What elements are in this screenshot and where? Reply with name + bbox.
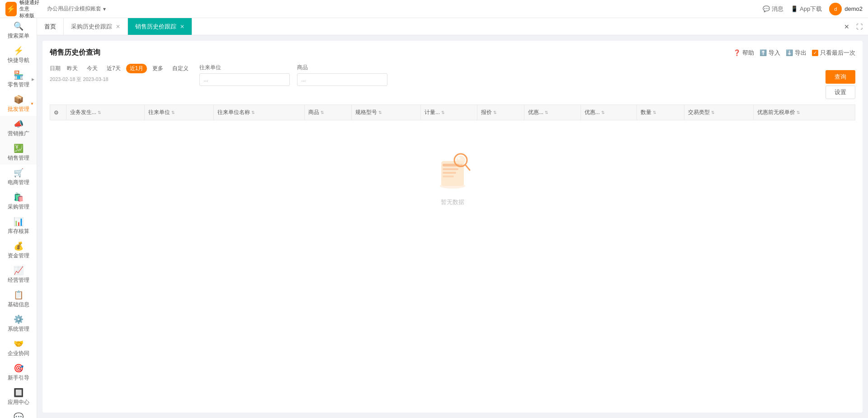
svg-rect-4 <box>443 172 456 174</box>
purchase-icon: 🛍️ <box>14 192 24 202</box>
sidebar-item-ecommerce[interactable]: 🛒 电商管理 <box>0 165 37 189</box>
sort-trade-type-icon: ⇅ <box>711 110 715 115</box>
th-partner-name[interactable]: 往来单位名称⇅ <box>213 105 304 120</box>
help-btn[interactable]: ❓ 帮助 <box>733 49 754 57</box>
app-logo-text: 畅捷通好生意 标准版 <box>19 0 42 19</box>
quicknav-icon: ⚡ <box>14 46 24 56</box>
th-qty[interactable]: 数量⇅ <box>637 105 684 120</box>
avatar: d <box>829 3 842 15</box>
retail-icon: 🏪 <box>14 70 24 80</box>
import-icon: ⬆️ <box>760 49 767 56</box>
date-chip-more[interactable]: 更多 <box>149 64 167 73</box>
sort-discount2-icon: ⇅ <box>601 110 605 115</box>
sidebar-item-finance[interactable]: 💰 资金管理 <box>0 238 37 262</box>
date-chip-today[interactable]: 今天 <box>83 64 101 73</box>
sidebar-item-new-guide[interactable]: 🎯 新手引导 <box>0 360 37 385</box>
tab-purchase-history[interactable]: 采购历史价跟踪 ✕ <box>64 18 128 35</box>
maximize-btn[interactable]: ⛶ <box>854 22 864 32</box>
inventory-icon: 📊 <box>14 217 24 227</box>
sidebar-item-retail[interactable]: 🏪 零售管理 ▶ <box>0 67 37 91</box>
help-icon: ❓ <box>733 49 741 56</box>
th-gear[interactable]: ⚙ <box>50 105 66 120</box>
header-right: 💬 消息 📱 App下载 d demo2 <box>763 3 863 15</box>
th-pretax-price[interactable]: 优惠前无税单价⇅ <box>753 105 855 120</box>
username-label: demo2 <box>844 5 863 12</box>
app-download-btn[interactable]: 📱 App下载 <box>791 5 822 13</box>
wholesale-icon: 📦 <box>14 95 24 104</box>
tab-sales-history[interactable]: 销售历史价跟踪 ✕ <box>128 18 192 35</box>
top-header: ⚡ 畅捷通好生意 标准版 办公用品行业模拟账套 ▾ 💬 消息 📱 App下载 d… <box>0 0 868 18</box>
workspace-selector[interactable]: 办公用品行业模拟账套 ▾ <box>47 5 758 13</box>
message-icon: 💬 <box>763 5 770 12</box>
settings-button[interactable]: 设置 <box>826 86 855 99</box>
empty-state: 暂无数据 <box>50 120 855 233</box>
sidebar-item-inventory[interactable]: 📊 库存核算 <box>0 214 37 238</box>
import-btn[interactable]: ⬆️ 导入 <box>760 49 780 57</box>
sidebar-item-corp-wechat[interactable]: 💬 企业微信 <box>0 409 37 418</box>
data-table-container: ⚙ 业务发生...⇅ 往来单位⇅ 往来单位名称⇅ <box>50 104 855 120</box>
th-spec[interactable]: 规格型号⇅ <box>352 105 421 120</box>
goods-filter-group: 商品 ... <box>297 64 387 86</box>
th-biz-date[interactable]: 业务发生...⇅ <box>66 105 145 120</box>
sidebar-item-app-center[interactable]: 🔲 应用中心 <box>0 385 37 409</box>
sidebar-item-search-menu[interactable]: 🔍 搜索菜单 <box>0 18 37 43</box>
th-partner-code[interactable]: 往来单位⇅ <box>144 105 213 120</box>
sort-discount1-icon: ⇅ <box>545 110 548 115</box>
page-actions: ❓ 帮助 ⬆️ 导入 ⬇️ 导出 ✓ 只看最后一 <box>733 49 855 57</box>
message-btn[interactable]: 💬 消息 <box>763 5 783 13</box>
date-chips: 昨天 今天 近7天 近1月 更多 自定义 <box>63 64 192 73</box>
tab-bar: 首页 采购历史价跟踪 ✕ 销售历史价跟踪 ✕ ✕ ⛶ <box>37 18 868 35</box>
th-goods[interactable]: 商品⇅ <box>304 105 352 120</box>
only-last-checkbox[interactable]: ✓ 只看最后一次 <box>812 49 855 57</box>
gear-icon: ⚙ <box>54 109 59 116</box>
close-tab-sales-icon[interactable]: ✕ <box>180 24 184 30</box>
system-icon: ⚙️ <box>14 314 24 324</box>
tab-home[interactable]: 首页 <box>37 18 64 35</box>
finance-icon: 💰 <box>14 241 24 251</box>
date-range-display: 2023-02-18 至 2023-03-18 <box>50 76 192 83</box>
filter-row: 日期 昨天 今天 近7天 近1月 更多 自定义 2023-02-18 至 202… <box>50 64 855 99</box>
filter-actions: 查询 设置 <box>826 70 855 99</box>
sidebar-item-base-info[interactable]: 📋 基础信息 <box>0 287 37 311</box>
partner-filter-group: 往来单位 ... <box>199 64 290 86</box>
th-unit[interactable]: 计量...⇅ <box>420 105 477 120</box>
data-table: ⚙ 业务发生...⇅ 往来单位⇅ 往来单位名称⇅ <box>50 104 855 120</box>
guide-icon: 🎯 <box>14 363 24 373</box>
operations-icon: 📈 <box>14 266 24 276</box>
page-title: 销售历史价查询 <box>50 48 100 57</box>
th-discount2[interactable]: 优惠...⇅ <box>580 105 637 120</box>
content-area: 首页 采购历史价跟踪 ✕ 销售历史价跟踪 ✕ ✕ ⛶ 销售历史价查询 <box>37 18 868 418</box>
main-layout: 🔍 搜索菜单 ⚡ 快捷导航 🏪 零售管理 ▶ 📦 批发管理 📣 营销推广 💹 销… <box>0 18 868 418</box>
th-quote[interactable]: 报价⇅ <box>477 105 524 120</box>
svg-rect-5 <box>443 176 454 177</box>
sort-spec-icon: ⇅ <box>378 110 382 115</box>
date-chip-yesterday[interactable]: 昨天 <box>63 64 81 73</box>
th-discount1[interactable]: 优惠...⇅ <box>524 105 581 120</box>
app-logo-icon: ⚡ <box>5 2 17 16</box>
sidebar-item-marketing[interactable]: 📣 营销推广 <box>0 116 37 140</box>
sidebar-item-quick-nav[interactable]: ⚡ 快捷导航 <box>0 43 37 67</box>
checkbox-checked-icon: ✓ <box>812 50 818 56</box>
sidebar-item-system[interactable]: ⚙️ 系统管理 <box>0 311 37 336</box>
goods-input[interactable]: ... <box>297 73 387 86</box>
sidebar-item-wholesale[interactable]: 📦 批发管理 <box>0 91 37 116</box>
th-trade-type[interactable]: 交易类型⇅ <box>684 105 754 120</box>
empty-illustration <box>430 147 475 193</box>
date-chip-1month[interactable]: 近1月 <box>126 64 147 73</box>
wechat-icon: 💬 <box>14 412 24 418</box>
export-btn[interactable]: ⬇️ 导出 <box>786 49 807 57</box>
query-button[interactable]: 查询 <box>826 70 855 84</box>
logo-area: ⚡ 畅捷通好生意 标准版 <box>5 0 42 19</box>
date-chip-7days[interactable]: 近7天 <box>103 64 124 73</box>
sidebar-item-operations[interactable]: 📈 经营管理 <box>0 262 37 287</box>
partner-input[interactable]: ... <box>199 73 290 86</box>
close-all-tabs-btn[interactable]: ✕ <box>842 22 852 32</box>
svg-point-7 <box>456 156 465 165</box>
sidebar-item-purchase[interactable]: 🛍️ 采购管理 <box>0 189 37 214</box>
ecommerce-icon: 🛒 <box>14 168 24 178</box>
close-tab-purchase-icon[interactable]: ✕ <box>116 24 120 30</box>
sidebar-item-corp-collab[interactable]: 🤝 企业协同 <box>0 336 37 360</box>
date-chip-custom[interactable]: 自定义 <box>169 64 192 73</box>
sidebar-item-sales[interactable]: 💹 销售管理 <box>0 140 37 165</box>
user-profile[interactable]: d demo2 <box>829 3 863 15</box>
